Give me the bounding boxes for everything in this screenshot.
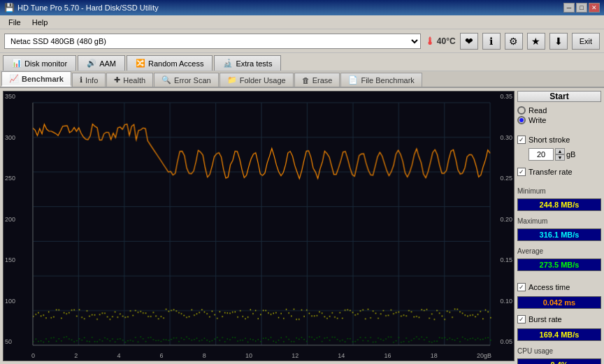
titlebar: 💾 HD Tune Pro 5.70 - Hard Disk/SSD Utili… (0, 0, 604, 15)
minimum-value: 244.8 MB/s (517, 198, 601, 211)
access-time-value: 0.042 ms (517, 296, 601, 309)
window-controls: ─ □ ✕ (563, 3, 600, 13)
read-label: Read (528, 106, 547, 115)
write-label: Write (528, 116, 546, 124)
tab-erase[interactable]: 🗑 Erase (294, 73, 340, 87)
short-stroke-input[interactable] (528, 148, 554, 161)
read-option[interactable]: Read (517, 106, 601, 115)
benchmark-chart (3, 92, 514, 361)
read-radio[interactable] (517, 106, 526, 115)
y-axis-left: 350 300 250 200 150 100 50 (5, 92, 33, 347)
short-stroke-checkbox[interactable]: ✓ (517, 136, 526, 144)
folder-usage-icon: 📁 (227, 75, 237, 85)
app-icon: 💾 (4, 3, 15, 13)
main-content: MB/s ms 350 300 250 200 150 100 50 0.35 … (0, 88, 604, 364)
burst-rate-checkbox[interactable]: ✓ (517, 315, 526, 323)
temperature-badge: 🌡 40°C (425, 36, 456, 47)
menu-file[interactable]: File (3, 17, 27, 28)
aam-icon: 🔊 (87, 59, 96, 68)
x-axis: 0 2 4 6 8 10 12 14 16 18 20gB (31, 352, 491, 359)
folder-usage-label: Folder Usage (240, 76, 286, 85)
transfer-rate-row[interactable]: ✓ Transfer rate (517, 166, 601, 177)
tab-error-scan[interactable]: 🔍 Error Scan (154, 73, 219, 87)
benchmark-icon: 📈 (9, 74, 19, 83)
aam-label: AAM (99, 59, 116, 68)
download-button[interactable]: ⬇ (549, 33, 568, 50)
random-access-icon: 🔀 (136, 59, 145, 68)
access-time-checkbox[interactable]: ✓ (517, 283, 526, 291)
tab-extra-tests[interactable]: 🔬 Extra tests (214, 55, 281, 71)
write-radio[interactable] (517, 116, 526, 124)
tab-disk-monitor[interactable]: 📊 Disk monitor (3, 55, 76, 71)
maximize-button[interactable]: □ (576, 3, 587, 13)
extra-tests-icon: 🔬 (223, 59, 233, 68)
exit-button[interactable]: Exit (572, 33, 600, 50)
menu-help[interactable]: Help (27, 17, 54, 28)
temperature-icon: 🌡 (425, 36, 435, 47)
write-option[interactable]: Write (517, 116, 601, 124)
refresh-button[interactable]: ★ (527, 33, 545, 50)
spin-down[interactable]: ▼ (555, 154, 565, 161)
file-benchmark-icon: 📄 (348, 75, 358, 85)
access-time-label: Access time (528, 283, 570, 291)
right-panel: Start Read Write ✓ Short stroke ▲ ▼ gB (517, 91, 601, 361)
chart-area: MB/s ms 350 300 250 200 150 100 50 0.35 … (3, 91, 515, 361)
tab-aam[interactable]: 🔊 AAM (78, 55, 125, 71)
burst-rate-label: Burst rate (528, 315, 562, 323)
drive-selector[interactable]: Netac SSD 480GB (480 gB) (4, 34, 421, 49)
health-tab-icon: ✚ (114, 75, 120, 85)
average-label: Average (517, 246, 601, 255)
short-stroke-unit: gB (566, 150, 575, 159)
tab-health[interactable]: ✚ Health (106, 73, 153, 87)
file-benchmark-label: File Benchmark (361, 76, 414, 85)
tab-folder-usage[interactable]: 📁 Folder Usage (220, 73, 294, 87)
settings-button[interactable]: ⚙ (505, 33, 523, 50)
benchmark-label: Benchmark (22, 75, 64, 83)
burst-rate-row[interactable]: ✓ Burst rate (517, 314, 601, 325)
health-button[interactable]: ❤ (460, 33, 478, 50)
cpu-usage-label: CPU usage (517, 346, 601, 355)
info-button[interactable]: ℹ (482, 33, 501, 50)
toolbar: Netac SSD 480GB (480 gB) 🌡 40°C ❤ ℹ ⚙ ★ … (0, 29, 604, 53)
titlebar-title: HD Tune Pro 5.70 - Hard Disk/SSD Utility (17, 3, 563, 12)
spin-up[interactable]: ▲ (555, 148, 565, 154)
minimize-button[interactable]: ─ (563, 3, 575, 13)
error-scan-icon: 🔍 (161, 75, 171, 85)
info-tab-label: Info (85, 76, 98, 85)
random-access-label: Random Access (148, 59, 203, 68)
access-time-row[interactable]: ✓ Access time (517, 282, 601, 293)
maximum-label: Maximum (517, 216, 601, 225)
menubar: File Help (0, 15, 604, 29)
y-axis-right: 0.35 0.30 0.25 0.20 0.15 0.10 0.05 (491, 92, 512, 347)
tab-random-access[interactable]: 🔀 Random Access (127, 55, 213, 71)
burst-rate-value: 169.4 MB/s (517, 328, 601, 341)
tab-info[interactable]: ℹ Info (72, 73, 106, 87)
read-write-group: Read Write (517, 105, 601, 126)
extra-tests-label: Extra tests (236, 59, 272, 68)
disk-monitor-icon: 📊 (12, 59, 22, 68)
error-scan-label: Error Scan (174, 76, 211, 85)
maximum-value: 316.1 MB/s (517, 228, 601, 241)
close-button[interactable]: ✕ (589, 3, 600, 13)
top-tabs: 📊 Disk monitor 🔊 AAM 🔀 Random Access 🔬 E… (0, 53, 604, 71)
temperature-value: 40°C (437, 36, 456, 46)
erase-label: Erase (312, 76, 333, 85)
transfer-rate-label: Transfer rate (528, 168, 573, 176)
short-stroke-row[interactable]: ✓ Short stroke (517, 134, 601, 145)
tab-benchmark[interactable]: 📈 Benchmark (1, 71, 71, 87)
main-tabs: 📈 Benchmark ℹ Info ✚ Health 🔍 Error Scan… (0, 71, 604, 88)
info-tab-icon: ℹ (80, 75, 82, 85)
spinner-buttons: ▲ ▼ (555, 148, 565, 161)
minimum-label: Minimum (517, 186, 601, 195)
erase-icon: 🗑 (302, 76, 310, 85)
average-value: 273.5 MB/s (517, 259, 601, 271)
disk-monitor-label: Disk monitor (24, 59, 67, 68)
short-stroke-spinner: ▲ ▼ gB (517, 148, 601, 163)
transfer-rate-checkbox[interactable]: ✓ (517, 168, 526, 176)
short-stroke-label: Short stroke (528, 136, 570, 144)
cpu-usage-value: 0.4% (517, 358, 601, 364)
tab-file-benchmark[interactable]: 📄 File Benchmark (340, 73, 422, 87)
health-tab-label: Health (123, 76, 145, 85)
start-button[interactable]: Start (517, 91, 601, 102)
